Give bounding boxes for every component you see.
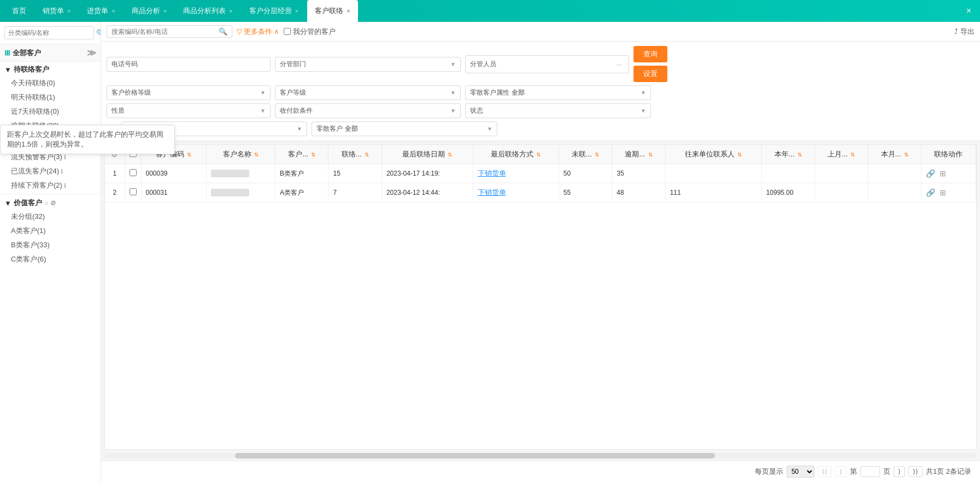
last-contact-date-cell: 2023-04-17 14:19: [382,164,473,183]
last-page-button[interactable]: ⟩⟩ [908,466,923,477]
setting-button[interactable]: 设置 [633,66,667,82]
first-page-button[interactable]: ⟨⟨ [818,466,832,477]
sort-icon[interactable]: ⇅ [595,152,599,158]
prev-page-button[interactable]: ⟨ [835,466,847,477]
content-area: 🔍 ▽ 更多条件 ∧ 我分管的客户 ⤴ 导出 电话号码 [101,22,980,482]
table-header-contact-count: 联络... ⇅ [328,145,382,164]
search-button[interactable]: 🔍 [219,27,227,36]
customer-type-cell: B类客户 [275,164,328,183]
payment-label: 收付款条件 [280,106,313,115]
search-field[interactable]: 🔍 [107,25,232,38]
sort-icon[interactable]: ⇅ [187,152,191,158]
gender-select[interactable]: 性质 ▼ [107,103,271,118]
all-customers-label: 全部客户 [13,48,41,58]
close-icon[interactable]: × [347,8,350,14]
nav-tab-purchase[interactable]: 进货单 × [79,0,122,22]
window-close-button[interactable]: × [962,6,976,16]
sort-icon[interactable]: ⇅ [850,152,855,158]
search-icon[interactable]: 🔍 [96,29,101,37]
status-select[interactable]: 状态 ▼ [465,103,651,118]
horizontal-scrollbar[interactable] [104,453,977,458]
department-select[interactable]: 分管部门 ▼ [275,57,461,72]
customer-level-select[interactable]: 客户等级 ▼ [275,85,461,100]
next-page-button[interactable]: ⟩ [894,466,905,477]
query-button[interactable]: 查询 [633,46,667,62]
name-col-label: 客户名称 [223,150,251,158]
more-conditions-label: 更多条件 [244,27,272,37]
settings-icon[interactable]: ⊘ [50,199,56,207]
sort-icon[interactable]: ⇅ [648,152,653,158]
sort-icon[interactable]: ⇅ [311,152,315,158]
search-input[interactable] [112,28,219,36]
sidebar-item-a-class[interactable]: A类客户(1) [0,224,101,238]
link-action-icon[interactable]: 🔗 [926,188,935,197]
retail-attr-label: 零散客户属性 [470,88,509,97]
last-method-link[interactable]: 下销货单 [478,169,506,177]
value-group-label: 价值客户 [14,198,42,208]
sidebar-item-today-pending[interactable]: 今天待联络(0) [0,76,101,90]
person-select[interactable]: 分管人员 ··· [465,55,629,73]
b-class-label: B类客户(33) [11,241,50,249]
phone-input[interactable] [140,60,266,68]
retail-attr-select[interactable]: 零散客户属性 全部 ▼ [465,85,651,100]
sidebar-item-c-class[interactable]: C类客户(6) [0,252,101,266]
sort-icon[interactable]: ⇅ [737,152,742,158]
sort-icon[interactable]: ⇅ [365,152,369,158]
link-action-icon[interactable]: 🔗 [926,169,935,178]
close-icon[interactable]: × [163,8,167,14]
table-header-unlinked: 未联... ⇅ [559,145,612,164]
actions-cell: 🔗 ⊞ [921,164,976,183]
sort-icon[interactable]: ⇅ [448,152,452,158]
category-search-input[interactable] [4,26,94,39]
export-button[interactable]: ⤴ 导出 [954,27,975,37]
sidebar-item-ungrouped[interactable]: 未分组(32) [0,210,101,224]
grid-action-icon[interactable]: ⊞ [940,188,946,197]
nav-tab-sales[interactable]: 销货单 × [35,0,78,22]
more-conditions-button[interactable]: ▽ 更多条件 ∧ [237,27,279,37]
sidebar-item-churned[interactable]: 已流失客户(24) ℹ [0,164,101,178]
sidebar-collapse-button[interactable]: ≫ [87,48,96,58]
scroll-thumb[interactable] [235,453,715,458]
nav-tab-product-analysis-list[interactable]: 商品分析列表 × [175,0,240,22]
sort-icon[interactable]: ⇅ [797,152,802,158]
page-number-input[interactable]: 1 [860,466,880,477]
nav-tab-customer-contact[interactable]: 客户联络 × [307,0,357,22]
sidebar-item-7days-pending[interactable]: 近7天待联络(0) [0,104,101,119]
sort-icon[interactable]: ⇅ [536,152,541,158]
price-level-select[interactable]: 客户价格等级 ▼ [107,85,271,100]
sort-icon[interactable]: ⇅ [904,152,908,158]
close-icon[interactable]: × [67,8,71,14]
nav-tab-customer-tier[interactable]: 客户分层经营 × [242,0,306,22]
my-customers-checkbox[interactable] [284,28,291,35]
close-icon[interactable]: × [295,8,298,14]
gender-label: 性质 [112,106,125,115]
grid-action-icon[interactable]: ⊞ [940,169,946,178]
edit-icon[interactable]: ○ [44,199,48,207]
contact-person-cell [665,164,761,183]
sidebar-item-declining[interactable]: 持续下滑客户(2) ℹ [0,178,101,193]
close-icon[interactable]: × [112,8,115,14]
more-options-icon[interactable]: ··· [614,58,624,71]
nav-tab-home[interactable]: 首页 [4,0,34,22]
row-checkbox[interactable] [130,188,137,195]
nav-tab-product-analysis[interactable]: 商品分析 × [124,0,174,22]
close-icon[interactable]: × [229,8,232,14]
chevron-down-icon: ▼ [450,90,456,96]
sort-icon[interactable]: ⇅ [254,152,259,158]
sidebar-item-tomorrow-pending[interactable]: 明天待联络(1) [0,90,101,104]
row-checkbox[interactable] [130,169,137,176]
sidebar-item-b-class[interactable]: B类客户(33) [0,238,101,252]
payment-select[interactable]: 收付款条件 ▼ [275,103,461,118]
last-method-link[interactable]: 下销货单 [478,188,506,196]
phone-field[interactable]: 电话号码 [107,57,271,72]
value-customer-group[interactable]: ▼ 价值客户 ○ ⊘ [0,195,101,210]
pending-contact-group[interactable]: ▼ 待联络客户 [0,62,101,76]
contact-person-cell: 111 [665,183,761,202]
last-contact-method-cell: 下销货单 [473,164,559,183]
table-header-current-year: 本年... ⇅ [761,145,814,164]
page-size-select[interactable]: 50 100 200 [787,466,814,478]
price-level-label: 客户价格等级 [112,88,151,97]
retail-customer-select[interactable]: 零散客户 全部 ▼ [312,121,497,136]
row-num: 2 [105,183,125,202]
my-customers-checkbox-area[interactable]: 我分管的客户 [284,27,336,37]
